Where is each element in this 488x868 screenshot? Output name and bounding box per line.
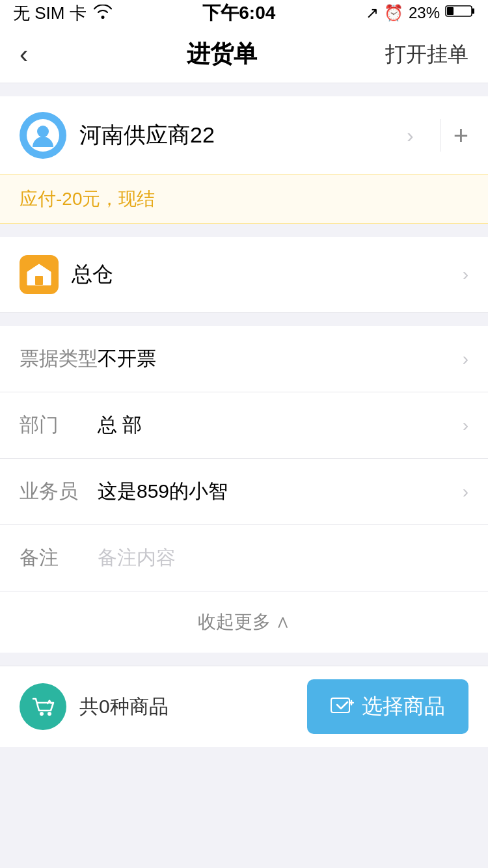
add-supplier-button[interactable]: + xyxy=(454,121,468,150)
status-right: ↗ ⏰ 23% xyxy=(366,4,475,22)
salesperson-label: 业务员 xyxy=(20,478,98,505)
remark-placeholder: 备注内容 xyxy=(98,545,468,571)
remark-label: 备注 xyxy=(20,545,98,571)
back-button[interactable]: ‹ xyxy=(20,40,59,69)
supplier-avatar xyxy=(20,112,66,159)
status-bar: 无 SIM 卡 下午6:04 ↗ ⏰ 23% xyxy=(0,0,488,26)
department-row[interactable]: 部门 总 部 › xyxy=(0,392,488,459)
salesperson-chevron-icon: › xyxy=(463,481,468,502)
nav-bar: ‹ 进货单 打开挂单 xyxy=(0,26,488,83)
select-product-button[interactable]: 选择商品 xyxy=(307,679,468,734)
collapse-button[interactable]: 收起更多 ∧ xyxy=(0,591,488,653)
supplier-row[interactable]: 河南供应商22 › + xyxy=(0,96,488,174)
invoice-type-chevron-icon: › xyxy=(463,349,468,370)
status-time: 下午6:04 xyxy=(202,1,275,25)
svg-rect-7 xyxy=(331,698,349,712)
product-count: 共0种商品 xyxy=(79,694,307,720)
gray-fill xyxy=(0,747,488,868)
salesperson-row[interactable]: 业务员 这是859的小智 › xyxy=(0,459,488,525)
remark-row[interactable]: 备注 备注内容 xyxy=(0,525,488,591)
department-chevron-icon: › xyxy=(463,415,468,436)
supplier-divider xyxy=(440,119,441,152)
supplier-name: 河南供应商22 xyxy=(79,120,407,150)
gap-1 xyxy=(0,83,488,96)
invoice-type-value: 不开票 xyxy=(98,346,463,372)
department-label: 部门 xyxy=(20,412,98,439)
supplier-section: 河南供应商22 › + 应付-20元，现结 xyxy=(0,96,488,224)
salesperson-value: 这是859的小智 xyxy=(98,478,463,505)
collapse-label: 收起更多 ∧ xyxy=(198,612,291,632)
svg-point-6 xyxy=(47,712,51,716)
battery-label: 23% xyxy=(409,4,440,22)
department-value: 总 部 xyxy=(98,412,463,439)
cart-icon xyxy=(20,683,66,730)
select-product-label: 选择商品 xyxy=(362,692,445,721)
wifi-icon xyxy=(93,3,113,23)
battery-icon xyxy=(445,4,475,22)
alarm-icon: ⏰ xyxy=(384,4,403,22)
bottom-bar: 共0种商品 选择商品 xyxy=(0,666,488,747)
warehouse-icon xyxy=(20,255,59,294)
avatar-icon xyxy=(27,119,59,152)
warehouse-name: 总仓 xyxy=(72,260,463,289)
warehouse-row[interactable]: 总仓 › xyxy=(0,237,488,313)
svg-rect-1 xyxy=(472,8,474,14)
notice-text: 应付-20元，现结 xyxy=(20,189,155,209)
svg-rect-4 xyxy=(35,276,43,285)
supplier-chevron-icon: › xyxy=(407,124,414,148)
status-left: 无 SIM 卡 xyxy=(13,2,113,25)
form-section: 票据类型 不开票 › 部门 总 部 › 业务员 这是859的小智 › 备注 备注… xyxy=(0,326,488,653)
gap-2 xyxy=(0,224,488,237)
notice-banner: 应付-20元，现结 xyxy=(0,174,488,224)
invoice-type-row[interactable]: 票据类型 不开票 › xyxy=(0,326,488,392)
warehouse-chevron-icon: › xyxy=(463,264,468,285)
carrier-label: 无 SIM 卡 xyxy=(13,2,87,25)
svg-point-5 xyxy=(40,712,44,716)
location-icon: ↗ xyxy=(366,4,379,22)
gap-3 xyxy=(0,313,488,326)
page-title: 进货单 xyxy=(187,38,257,70)
invoice-type-label: 票据类型 xyxy=(20,346,98,372)
open-pending-button[interactable]: 打开挂单 xyxy=(385,40,468,69)
svg-rect-2 xyxy=(447,7,454,15)
gap-4 xyxy=(0,653,488,666)
svg-point-3 xyxy=(37,126,49,137)
